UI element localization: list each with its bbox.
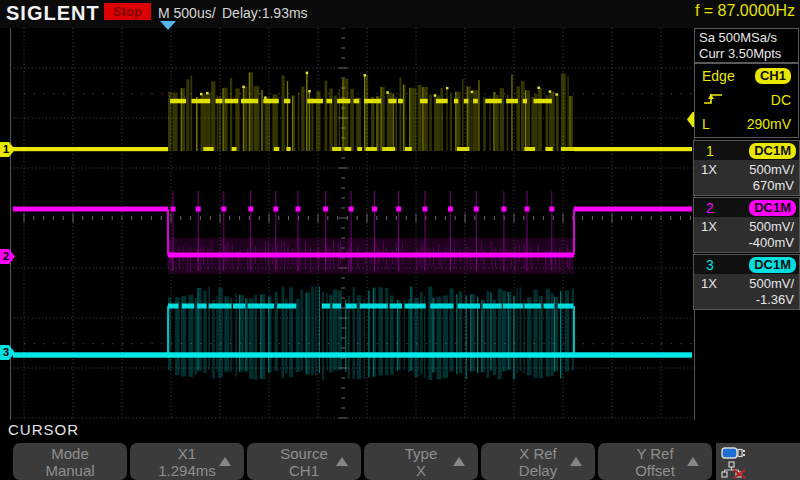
softkey-xref[interactable]: X Ref Delay (481, 443, 595, 480)
softkey-label: Mode (13, 445, 127, 462)
softkey-yref[interactable]: Y Ref Offset (598, 443, 712, 480)
channel3-number: 3 (706, 257, 714, 273)
channel1-coupling-badge: DC1M (749, 143, 796, 159)
up-arrow-icon (687, 457, 699, 466)
channel3-coupling-badge: DC1M (749, 257, 796, 273)
up-arrow-icon (453, 457, 465, 466)
channel3-info-box[interactable]: 3 DC1M 1X 500mV/ -1.36V (693, 254, 800, 310)
channel2-offset: -400mV (694, 234, 799, 250)
acquisition-info-box: Sa 500MSa/s Curr 3.50Mpts (694, 28, 799, 63)
trigger-mode-label: Edge (702, 68, 735, 84)
softkey-type[interactable]: Type X (364, 443, 478, 480)
softkey-mode[interactable]: Mode Manual (13, 443, 127, 480)
rising-edge-icon (702, 90, 724, 110)
channel2-scale: 500mV/ (749, 219, 794, 234)
channel1-info-box[interactable]: 1 DC1M 1X 500mV/ 670mV (693, 140, 800, 196)
usb-icon (721, 446, 749, 461)
soft-menu-bar: CURSOR Mode Manual X1 1.294ms Source CH1… (0, 420, 800, 480)
channel3-offset: -1.36V (694, 291, 799, 307)
trigger-delay-readout[interactable]: Delay:1.93ms (222, 5, 308, 21)
brand-logo: SIGLENT (6, 2, 100, 25)
channel1-number: 1 (706, 143, 714, 159)
trigger-source-badge: CH1 (755, 68, 791, 84)
channel1-scale: 500mV/ (749, 162, 794, 177)
oscilloscope-screen: SIGLENT Stop M 500us/ Delay:1.93ms f = 8… (0, 0, 800, 480)
run-state-badge[interactable]: Stop (104, 3, 151, 20)
channel1-offset: 670mV (694, 177, 799, 193)
channel3-probe: 1X (701, 276, 717, 291)
waveform-display (10, 28, 695, 420)
softkey-source[interactable]: Source CH1 (247, 443, 361, 480)
status-icon-panel (716, 443, 800, 480)
trigger-position-marker[interactable] (160, 21, 176, 30)
channel2-probe: 1X (701, 219, 717, 234)
softkey-x1[interactable]: X1 1.294ms (130, 443, 244, 480)
trigger-info-box[interactable]: Edge CH1 DC L 290mV (694, 63, 799, 138)
top-bar: SIGLENT Stop M 500us/ Delay:1.93ms f = 8… (0, 0, 800, 28)
memory-depth: Curr 3.50Mpts (699, 46, 794, 62)
menu-title: CURSOR (8, 421, 79, 438)
trigger-level-label: L (702, 116, 710, 132)
sample-rate: Sa 500MSa/s (699, 30, 794, 46)
channel2-info-box[interactable]: 2 DC1M 1X 500mV/ -400mV (693, 197, 800, 253)
trigger-coupling: DC (771, 92, 791, 108)
up-arrow-icon (570, 457, 582, 466)
frequency-counter: f = 87.0000Hz (695, 2, 795, 20)
up-arrow-icon (336, 457, 348, 466)
softkey-value: Manual (13, 462, 127, 479)
up-arrow-icon (219, 457, 231, 466)
trigger-level-value: 290mV (747, 116, 791, 132)
channel2-coupling-badge: DC1M (749, 200, 796, 216)
timebase-readout[interactable]: M 500us/ (158, 5, 216, 21)
channel1-probe: 1X (701, 162, 717, 177)
channel2-number: 2 (706, 200, 714, 216)
lan-disconnected-icon (721, 461, 749, 479)
channel3-scale: 500mV/ (749, 276, 794, 291)
